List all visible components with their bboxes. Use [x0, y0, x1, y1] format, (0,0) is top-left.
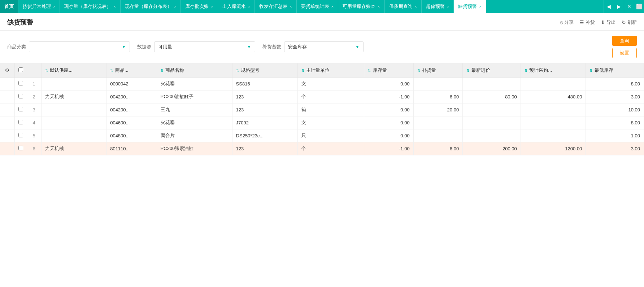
column-item-code[interactable]: ⇅ 商品...: [106, 63, 157, 77]
column-replenish-qty-label: 补货量: [422, 67, 436, 73]
nav-prev-button[interactable]: ◀: [604, 0, 614, 13]
nav-tab-demand-stat[interactable]: 要货单统计表 ×: [297, 0, 338, 13]
row-min-stock-2: 3.00: [586, 90, 644, 103]
column-replenish-qty[interactable]: ⇅ 补货量: [413, 63, 462, 77]
share-action[interactable]: ⎋ 分享: [560, 19, 574, 26]
unit-sort-icon: ⇅: [301, 69, 304, 72]
datasource-label: 数据源: [137, 44, 151, 50]
nav-tab-expiry-query-label: 保质期查询: [389, 3, 413, 10]
nav-tab-inventory-status[interactable]: 现存量（库存状况表） ×: [60, 0, 120, 13]
column-stock[interactable]: ⇅ 库存量: [364, 63, 413, 77]
nav-tab-batch-account-close[interactable]: ×: [211, 4, 213, 9]
row-checkbox-6[interactable]: [18, 146, 23, 150]
column-unit-label: 主计量单位: [306, 67, 330, 73]
nav-tab-available-ledger-close[interactable]: ×: [378, 4, 380, 9]
row-checkbox-5[interactable]: [18, 133, 23, 137]
row-gear-4: [0, 116, 14, 129]
page-header: 缺货预警 ⎋ 分享 ☰ 补货 ⬇ 导出 ↻ 刷新: [0, 13, 644, 31]
replenish-base-arrow-icon: ▼: [355, 44, 360, 49]
nav-tab-demand-stat-close[interactable]: ×: [331, 4, 334, 9]
row-unit-2: 个: [297, 90, 364, 103]
row-num-6: 6: [27, 142, 41, 155]
nav-tab-inventory-dist[interactable]: 现存量（库存分布表） ×: [121, 0, 181, 13]
row-item-code-6: 801110...: [106, 142, 157, 155]
row-min-stock-5: 1.00: [586, 129, 644, 142]
refresh-action[interactable]: ↻ 刷新: [622, 19, 637, 26]
share-icon: ⎋: [560, 19, 563, 25]
nav-tab-abnormal[interactable]: 拣货异常处理 ×: [18, 0, 60, 13]
nav-next-button[interactable]: ▶: [614, 0, 624, 13]
row-gear-2: [0, 90, 14, 103]
row-latest-price-4: [463, 116, 521, 129]
nav-tab-abnormal-close[interactable]: ×: [53, 4, 55, 9]
category-label: 商品分类: [7, 44, 26, 50]
row-item-code-2: 004200...: [106, 90, 157, 103]
nav-tab-inout-flow[interactable]: 出入库流水 ×: [218, 0, 255, 13]
nav-tab-shortage[interactable]: 缺货预警 ×: [454, 0, 486, 13]
nav-tab-home[interactable]: 首页: [0, 0, 18, 13]
row-stock-4: 0.00: [364, 116, 413, 129]
nav-tab-receipt-summary[interactable]: 收发存汇总表 ×: [255, 0, 296, 13]
column-item-name[interactable]: ⇅ 商品名称: [157, 63, 232, 77]
datasource-filter-group: 数据源 可用量 ▼: [137, 41, 255, 52]
replenish-base-select[interactable]: 安全库存 ▼: [284, 41, 364, 52]
nav-close-button[interactable]: ✕: [624, 0, 634, 13]
table-body: 1 0000042 火花塞 SS816 支 0.00 8.00 2 力天机械 0…: [0, 77, 644, 155]
row-est-purchase-3: [521, 103, 586, 116]
row-checkbox-cell-1: [14, 77, 27, 90]
nav-maximize-button[interactable]: ⬜: [634, 0, 644, 13]
row-unit-5: 只: [297, 129, 364, 142]
nav-tab-inventory-status-close[interactable]: ×: [113, 4, 116, 9]
column-min-stock[interactable]: ⇅ 最低库存: [586, 63, 644, 77]
nav-tab-batch-account[interactable]: 库存批次账 ×: [181, 0, 218, 13]
row-min-stock-3: 10.00: [586, 103, 644, 116]
nav-tab-receipt-summary-close[interactable]: ×: [290, 4, 292, 9]
top-navigation: 首页 拣货异常处理 × 现存量（库存状况表） × 现存量（库存分布表） × 库存…: [0, 0, 644, 13]
nav-tab-shortage-close[interactable]: ×: [479, 4, 481, 9]
replenish-icon: ☰: [579, 19, 584, 25]
nav-tab-expiry-query-close[interactable]: ×: [415, 4, 417, 9]
column-est-purchase[interactable]: ⇅ 预计采购...: [521, 63, 586, 77]
export-action[interactable]: ⬇ 导出: [601, 19, 616, 26]
column-latest-price[interactable]: ⇅ 最新进价: [463, 63, 521, 77]
item-code-sort-icon: ⇅: [110, 69, 113, 72]
row-latest-price-2: 80.00: [463, 90, 521, 103]
settings-button[interactable]: 设置: [612, 48, 637, 58]
column-supplier[interactable]: ⇅ 默认供应...: [41, 63, 106, 77]
row-est-purchase-2: 480.00: [521, 90, 586, 103]
latest-price-sort-icon: ⇅: [466, 69, 469, 72]
row-item-name-4: 火花塞: [157, 116, 232, 129]
row-est-purchase-5: [521, 129, 586, 142]
column-item-name-label: 商品名称: [165, 67, 184, 73]
table-row: 5 004800... 离合片 DS250*23c... 只 0.00 1.00: [0, 129, 644, 142]
row-spec-4: J7092: [232, 116, 297, 129]
column-unit[interactable]: ⇅ 主计量单位: [297, 63, 364, 77]
nav-tab-expiry-query[interactable]: 保质期查询 ×: [385, 0, 422, 13]
row-checkbox-3[interactable]: [18, 107, 23, 111]
nav-tab-overstock[interactable]: 超储预警 ×: [422, 0, 454, 13]
row-checkbox-4[interactable]: [18, 120, 23, 124]
row-checkbox-1[interactable]: [18, 81, 23, 85]
datasource-select[interactable]: 可用量 ▼: [154, 41, 255, 52]
row-latest-price-1: [463, 77, 521, 90]
row-item-code-1: 0000042: [106, 77, 157, 90]
refresh-icon: ↻: [622, 19, 626, 25]
category-select[interactable]: ▼: [29, 41, 130, 52]
row-min-stock-6: 3.00: [586, 142, 644, 155]
select-all-checkbox[interactable]: [18, 67, 23, 72]
row-replenish-qty-5: [413, 129, 462, 142]
nav-tab-inout-flow-close[interactable]: ×: [248, 4, 250, 9]
nav-tab-overstock-close[interactable]: ×: [447, 4, 449, 9]
replenish-action[interactable]: ☰ 补货: [579, 19, 595, 26]
data-table: ⚙ ⇅ 默认供应... ⇅ 商品... ⇅: [0, 63, 644, 155]
row-checkbox-cell-2: [14, 90, 27, 103]
column-gear[interactable]: ⚙: [0, 63, 14, 77]
query-button[interactable]: 查询: [612, 36, 637, 46]
nav-tab-abnormal-label: 拣货异常处理: [23, 3, 51, 10]
nav-tab-inventory-dist-close[interactable]: ×: [174, 4, 176, 9]
column-spec[interactable]: ⇅ 规格型号: [232, 63, 297, 77]
nav-tab-shortage-label: 缺货预警: [458, 3, 477, 10]
nav-tab-available-ledger[interactable]: 可用量库存账本 ×: [338, 0, 384, 13]
nav-tab-overstock-label: 超储预警: [426, 3, 445, 10]
row-checkbox-2[interactable]: [18, 94, 23, 98]
